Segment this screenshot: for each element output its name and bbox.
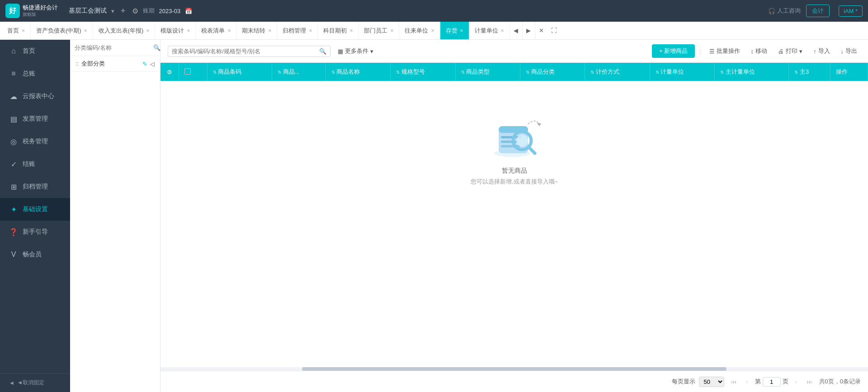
print-button[interactable]: 🖨 打印 ▾ bbox=[774, 45, 806, 57]
sidebar-item-guide[interactable]: ❓ 新手引导 bbox=[0, 221, 70, 243]
page-prev-button[interactable]: ‹ bbox=[741, 376, 753, 387]
add-company-button[interactable]: + bbox=[119, 7, 127, 15]
tab-contacts[interactable]: 往来单位 × bbox=[399, 22, 440, 40]
ledger-icon: ≡ bbox=[9, 70, 18, 78]
tab-unit[interactable]: 计量单位 × bbox=[469, 22, 510, 40]
filter-button[interactable]: ▦ 更多条件 ▾ bbox=[334, 45, 377, 57]
tab-dept-close[interactable]: × bbox=[390, 28, 393, 33]
tab-home[interactable]: 首页 × bbox=[2, 22, 31, 40]
category-search-icon[interactable]: 🔍 bbox=[153, 44, 160, 51]
iam-badge[interactable]: iAM * bbox=[839, 5, 863, 17]
tab-next-button[interactable]: ▶ bbox=[523, 22, 535, 40]
tab-home-close[interactable]: × bbox=[22, 28, 25, 33]
reports-icon: ☁ bbox=[9, 92, 18, 101]
dropdown-icon[interactable]: ▾ bbox=[111, 8, 114, 14]
col-code[interactable]: ⇅ 商品... bbox=[272, 63, 326, 81]
tab-contacts-close[interactable]: × bbox=[431, 28, 434, 33]
page-first-button[interactable]: ⏮ bbox=[728, 376, 740, 387]
add-product-button[interactable]: + 新增商品 bbox=[652, 44, 695, 58]
tab-bar: 首页 × 资产负债表(中期) × 收入支出表(年报) × 模版设计 × 税表清单… bbox=[0, 22, 868, 40]
sep1: | bbox=[699, 48, 701, 55]
all-categories-label[interactable]: 全部分类 bbox=[81, 60, 140, 68]
tab-archive[interactable]: 归档管理 × bbox=[277, 22, 318, 40]
sidebar-item-tax[interactable]: ◎ 税务管理 bbox=[0, 130, 70, 153]
filter-icon: ▦ bbox=[338, 48, 343, 55]
sidebar-tax-label: 税务管理 bbox=[23, 137, 48, 146]
tab-unit-close[interactable]: × bbox=[501, 28, 504, 33]
tab-income[interactable]: 收入支出表(年报) × bbox=[93, 22, 156, 40]
tab-inventory[interactable]: 存货 × bbox=[440, 22, 469, 40]
help-button[interactable]: 🎧 人工咨询 bbox=[768, 7, 801, 15]
category-collapse-icon[interactable]: ◁ bbox=[150, 61, 155, 67]
filter-dropdown-icon: ▾ bbox=[370, 48, 373, 55]
col-unit[interactable]: ⇅ 计量单位 bbox=[650, 63, 714, 81]
page-size-dropdown[interactable]: 50 100 200 bbox=[699, 377, 724, 387]
logo-text-block: 畅捷通好会计 旗舰版 bbox=[23, 4, 58, 18]
tab-template[interactable]: 模版设计 × bbox=[155, 22, 196, 40]
col-price-method[interactable]: ⇅ 计价方式 bbox=[585, 63, 650, 81]
horizontal-scrollbar[interactable] bbox=[160, 367, 868, 371]
tab-template-close[interactable]: × bbox=[187, 28, 190, 33]
sidebar-item-reports[interactable]: ☁ 云报表中心 bbox=[0, 85, 70, 108]
tab-period-close[interactable]: × bbox=[268, 28, 271, 33]
sidebar-item-home[interactable]: ⌂ 首页 bbox=[0, 40, 70, 62]
tab-tax-close[interactable]: × bbox=[227, 28, 231, 33]
product-search-input[interactable] bbox=[172, 48, 316, 55]
sidebar-unpin-button[interactable]: ◄ ◄取消固定 bbox=[0, 373, 70, 392]
tab-close-all-button[interactable]: ✕ bbox=[535, 22, 548, 40]
col-main-unit[interactable]: ⇅ 主计量单位 bbox=[715, 63, 789, 81]
page-number-input[interactable] bbox=[763, 377, 781, 387]
category-edit-icon[interactable]: ✎ bbox=[142, 61, 147, 67]
right-panel: 🔍 ▦ 更多条件 ▾ + 新增商品 | ☰ 批量操作 ↕ 移动 bbox=[160, 40, 868, 392]
table-header-row: ⚙ ⇅ 商品条码 ⇅ 商品... ⇅ 商品名称 ⇅ 规格型号 ⇅ 商品类型 ⇅ … bbox=[160, 63, 868, 81]
col-name[interactable]: ⇅ 商品名称 bbox=[326, 63, 390, 81]
tab-income-close[interactable]: × bbox=[146, 28, 149, 33]
category-search-input[interactable] bbox=[75, 44, 151, 51]
tab-balance[interactable]: 资产负债表(中期) × bbox=[31, 22, 93, 40]
sidebar-item-close[interactable]: ✓ 结账 bbox=[0, 153, 70, 175]
member-icon: V bbox=[9, 250, 18, 259]
tab-subject[interactable]: 科目期初 × bbox=[318, 22, 359, 40]
col-settings[interactable]: ⚙ bbox=[160, 63, 179, 81]
sidebar-reports-label: 云报表中心 bbox=[23, 92, 54, 100]
col-col3[interactable]: ⇅ 主3 bbox=[789, 63, 830, 81]
logo-icon: 好 bbox=[5, 4, 20, 18]
tab-balance-close[interactable]: × bbox=[84, 28, 87, 33]
col-barcode[interactable]: ⇅ 商品条码 bbox=[207, 63, 272, 81]
page-last-button[interactable]: ⏭ bbox=[804, 376, 816, 387]
sidebar-item-archive[interactable]: ⊞ 归档管理 bbox=[0, 175, 70, 198]
sidebar-guide-label: 新手引导 bbox=[23, 228, 48, 236]
sidebar-member-label: 畅会员 bbox=[23, 250, 42, 259]
sidebar-item-settings[interactable]: ✦ 基础设置 bbox=[0, 198, 70, 221]
tab-subject-close[interactable]: × bbox=[349, 28, 353, 33]
tab-tax[interactable]: 税表清单 × bbox=[196, 22, 236, 40]
tab-inventory-close[interactable]: × bbox=[460, 28, 463, 33]
export-icon: ↓ bbox=[841, 48, 844, 55]
col-type[interactable]: ⇅ 商品类型 bbox=[455, 63, 520, 81]
sidebar-item-member[interactable]: V 畅会员 bbox=[0, 243, 70, 266]
scrollbar-thumb[interactable] bbox=[302, 367, 726, 371]
tab-expand-button[interactable]: ⛶ bbox=[548, 22, 561, 40]
settings-icon[interactable]: ⚙ bbox=[132, 7, 138, 15]
header-checkbox[interactable] bbox=[184, 68, 191, 75]
product-search-icon[interactable]: 🔍 bbox=[319, 48, 326, 55]
account-button[interactable]: 会计 bbox=[806, 5, 830, 17]
page-next-button[interactable]: › bbox=[790, 376, 802, 387]
sidebar-item-ledger[interactable]: ≡ 总账 bbox=[0, 62, 70, 85]
tab-dept[interactable]: 部门员工 × bbox=[359, 22, 399, 40]
move-button[interactable]: ↕ 移动 bbox=[747, 45, 771, 57]
col-category[interactable]: ⇅ 商品分类 bbox=[520, 63, 585, 81]
tab-archive-close[interactable]: × bbox=[309, 28, 312, 33]
export-button[interactable]: ↓ 导出 bbox=[837, 45, 861, 57]
tab-prev-button[interactable]: ◀ bbox=[510, 22, 523, 40]
import-icon: ↑ bbox=[813, 48, 816, 55]
sidebar-item-invoice[interactable]: ▤ 发票管理 bbox=[0, 108, 70, 130]
calendar-icon[interactable]: 📅 bbox=[185, 8, 192, 14]
batch-button[interactable]: ☰ 批量操作 bbox=[706, 45, 744, 57]
col-checkbox[interactable] bbox=[179, 63, 207, 81]
close-period-icon: ✓ bbox=[9, 160, 18, 169]
import-button[interactable]: ↑ 导入 bbox=[810, 45, 834, 57]
page-size-select[interactable]: 50 100 200 bbox=[699, 377, 724, 387]
col-spec[interactable]: ⇅ 规格型号 bbox=[391, 63, 455, 81]
tab-period[interactable]: 期末结转 × bbox=[236, 22, 277, 40]
